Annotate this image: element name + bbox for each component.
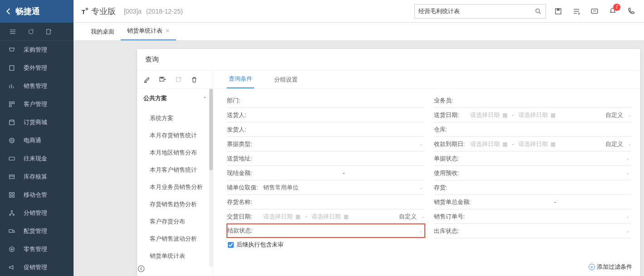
scheme-item[interactable]: 客户存货分布 (137, 213, 213, 230)
search-input[interactable] (418, 8, 535, 15)
sidebar-item-inventory[interactable]: 库存核算 (0, 168, 74, 186)
scheme-item[interactable]: 系统方案 (137, 110, 213, 127)
tab-group-settings[interactable]: 分组设置 (272, 71, 300, 88)
sidebar-item-cash[interactable]: 往来现金 (0, 150, 74, 168)
search-icon[interactable] (535, 8, 542, 15)
field-deliver-date-r[interactable]: 送货日期:请选择日期▦-请选择日期▦自定义⌄ (434, 108, 632, 122)
add-filter-button[interactable]: +添加过滤条件 (589, 263, 632, 271)
field-stock-name[interactable]: 存货名称: (227, 195, 425, 209)
grid-icon (8, 101, 19, 108)
share-icon (175, 76, 182, 83)
sidebar-item-sales[interactable]: 销售管理 (0, 77, 74, 95)
sidebar-item-label: 分销管理 (24, 209, 47, 217)
calendar-icon[interactable]: ▦ (295, 213, 300, 220)
field-warehouse[interactable]: 仓库: (434, 122, 632, 137)
list-icon[interactable] (572, 7, 580, 15)
calendar-icon[interactable]: ▦ (502, 112, 507, 118)
sidebar-item-label: 库存核算 (24, 173, 47, 181)
workspace-tabs: 我的桌面 销货单统计表✕ (74, 23, 644, 41)
scheme-item[interactable]: 客户销售波动分析 (137, 230, 213, 247)
bell-icon[interactable]: 7 (609, 7, 617, 15)
field-bill-status[interactable]: 单据状态:⌄ (434, 151, 632, 166)
sidebar-item-mall[interactable]: 订货商城 (0, 113, 74, 131)
chevron-down-icon: ⌄ (419, 228, 423, 233)
sidebar-item-allocation[interactable]: 配货管理 (0, 222, 74, 240)
edit-icon[interactable] (143, 76, 151, 83)
checkbox-input[interactable] (228, 242, 234, 248)
field-deliver-addr[interactable]: 送货地址: (227, 151, 425, 166)
svg-rect-7 (10, 102, 11, 104)
field-receive-due[interactable]: 收款到期日:请选择日期▦-请选择日期▦自定义⌄ (434, 137, 632, 151)
megaphone-icon (8, 264, 19, 271)
calendar-icon[interactable]: ▦ (502, 141, 507, 147)
field-deliver-date[interactable]: 交货日期:请选择日期▦-请选择日期▦自定义⌄ (227, 209, 425, 224)
brand-text: 畅捷通 (15, 6, 40, 17)
field-order-total[interactable]: 销货单总金额:- (434, 195, 632, 209)
sidebar-item-outsource[interactable]: 委外管理 (0, 59, 74, 77)
field-cash-amount[interactable]: 现结金额:- (227, 166, 425, 180)
scheme-item[interactable]: 本月业务员销售分析 (137, 179, 213, 196)
sidebar-item-label: 往来现金 (24, 155, 47, 163)
query-panel: 查询 公共方案⌃ 系统方案 本月存货销售统计 本月地区销售分布 本月客户销售统计… (137, 49, 640, 276)
field-department[interactable]: 部门: (227, 93, 425, 108)
save-icon[interactable] (554, 7, 562, 15)
sidebar-item-distribution[interactable]: 分销管理 (0, 204, 74, 222)
sidebar-item-ecommerce[interactable]: 电电商通 (0, 131, 74, 150)
scheme-scrollbar[interactable] (209, 89, 213, 266)
calendar-icon[interactable]: ▦ (344, 213, 349, 220)
field-deliverer[interactable]: 送货人: (227, 108, 425, 122)
field-out-status[interactable]: 出库状态:⌄ (434, 224, 632, 238)
svg-rect-12 (9, 157, 15, 160)
message-icon[interactable] (590, 7, 599, 15)
delete-icon[interactable] (191, 76, 198, 83)
field-aux-unit[interactable]: 辅单位取值:销售常用单位⌄ (227, 180, 425, 195)
close-icon[interactable]: ✕ (165, 28, 170, 34)
phone-icon[interactable] (627, 7, 635, 15)
svg-point-25 (138, 266, 144, 272)
chevron-down-icon: ⌄ (419, 185, 423, 190)
field-use-prepay[interactable]: 使用预收:⌄ (434, 166, 632, 180)
global-search[interactable] (414, 4, 546, 19)
sidebar-item-label: 销售管理 (24, 82, 47, 90)
sidebar-item-customer[interactable]: 客户管理 (0, 95, 74, 113)
field-settle-status[interactable]: 结款状态:⌄ (226, 223, 425, 238)
menu-icon[interactable] (9, 28, 16, 35)
scheme-item[interactable]: 销货单统计表 (137, 247, 213, 265)
scheme-item[interactable]: 存货销售趋势分析 (137, 196, 213, 213)
calendar-icon[interactable]: ▦ (551, 112, 556, 118)
date-label: (2018-12-25) (146, 8, 183, 15)
scheme-item[interactable]: 本月存货销售统计 (137, 127, 213, 144)
field-salesman[interactable]: 业务员: (434, 93, 632, 108)
sidebar-item-label: 配货管理 (24, 227, 47, 235)
export-icon[interactable] (45, 28, 53, 35)
field-shipper[interactable]: 发货人: (227, 122, 425, 137)
checkbox-include-unaudited[interactable]: 后继执行包含未审 (227, 237, 425, 252)
calendar-icon[interactable]: ▦ (551, 141, 556, 147)
collapse-icon[interactable] (137, 265, 213, 273)
sidebar-item-label: 电商通 (24, 136, 41, 145)
sidebar-item-purchase[interactable]: 采购管理 (0, 41, 74, 59)
svg-rect-2 (557, 9, 560, 11)
tab-query-conditions[interactable]: 查询条件 (227, 70, 254, 88)
sidebar-item-label: 零售管理 (24, 245, 47, 253)
scrollbar-thumb[interactable] (209, 89, 213, 170)
scheme-header[interactable]: 公共方案⌃ (137, 89, 213, 108)
brand-logo[interactable]: 畅捷通 (0, 0, 74, 23)
sidebar-item-mobile-wh[interactable]: 移动仓管 (0, 186, 74, 204)
svg-rect-23 (161, 77, 163, 78)
sidebar-item-promotion[interactable]: 促销管理 (0, 258, 74, 276)
field-bill-type[interactable]: 票据类型:⌄ (227, 137, 425, 151)
tab-sales-report[interactable]: 销货单统计表✕ (121, 22, 176, 40)
save-dropdown-icon[interactable] (159, 76, 167, 83)
tab-desktop[interactable]: 我的桌面 (84, 23, 121, 40)
sidebar-item-label: 订货商城 (24, 118, 47, 126)
field-sale-order-no[interactable]: 销售订单号:⌄ (434, 209, 632, 224)
scheme-item[interactable]: 本月地区销售分布 (137, 144, 213, 161)
edition-label: 专业版 (91, 6, 116, 17)
scheme-item[interactable]: 本月客户销售统计 (137, 161, 213, 179)
sidebar-item-retail[interactable]: 零售管理 (0, 240, 74, 258)
svg-rect-5 (47, 29, 50, 34)
svg-point-4 (29, 29, 33, 34)
target-icon[interactable] (27, 28, 34, 35)
field-stock[interactable]: 存货: (434, 180, 632, 195)
